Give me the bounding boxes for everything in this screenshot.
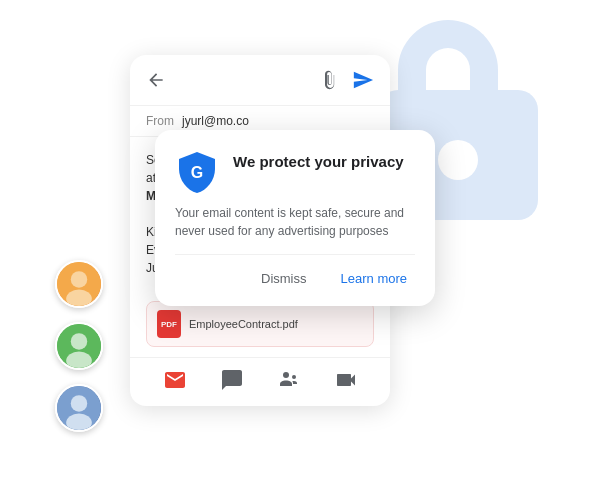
chat-footer-icon[interactable] (220, 368, 244, 396)
svg-point-7 (71, 395, 88, 412)
svg-text:G: G (191, 164, 203, 181)
learn-more-button[interactable]: Learn more (333, 267, 415, 290)
attachment-filename: EmployeeContract.pdf (189, 318, 298, 330)
email-attachment[interactable]: PDF EmployeeContract.pdf (146, 301, 374, 347)
svg-point-9 (283, 372, 289, 378)
avatar (55, 260, 103, 308)
email-footer (130, 357, 390, 406)
popup-header: G We protect your privacy (175, 150, 415, 194)
pdf-icon: PDF (157, 310, 181, 338)
g-shield-icon: G (175, 150, 219, 194)
avatar (55, 384, 103, 432)
meet-footer-icon[interactable] (277, 368, 301, 396)
avatar (55, 322, 103, 370)
email-header (130, 55, 390, 106)
dismiss-button[interactable]: Dismiss (253, 267, 315, 290)
back-icon[interactable] (146, 70, 166, 94)
from-email: jyurl@mo.co (182, 114, 249, 128)
popup-actions: Dismiss Learn more (175, 254, 415, 290)
svg-point-4 (71, 333, 88, 350)
attachment-icon[interactable] (320, 70, 340, 94)
svg-point-1 (71, 271, 88, 288)
gmail-footer-icon[interactable] (163, 368, 187, 396)
send-icon[interactable] (352, 69, 374, 95)
popup-title-text: We protect your privacy (233, 150, 404, 172)
avatar-list (55, 260, 103, 432)
from-label: From (146, 114, 174, 128)
video-footer-icon[interactable] (334, 368, 358, 396)
popup-description: Your email content is kept safe, secure … (175, 204, 415, 240)
svg-point-10 (292, 375, 296, 379)
privacy-popup: G We protect your privacy Your email con… (155, 130, 435, 306)
main-scene: From jyurl@mo.co See Just Bloomed employ… (0, 0, 608, 500)
